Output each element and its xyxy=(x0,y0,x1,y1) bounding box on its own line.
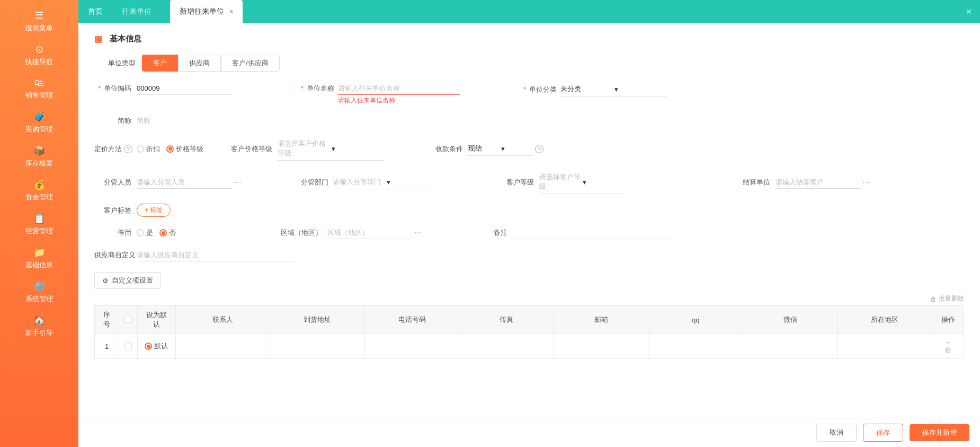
radio-disabled-no[interactable]: 否 xyxy=(159,228,176,238)
cell-address[interactable] xyxy=(270,334,365,359)
col-contact: 联系人 xyxy=(175,306,270,334)
close-all-tabs[interactable]: × xyxy=(957,6,980,17)
select-all-checkbox[interactable] xyxy=(124,315,132,323)
sidebar-item-finance[interactable]: 💰 资金管理 xyxy=(0,173,78,207)
remark-input[interactable] xyxy=(513,226,672,239)
close-new-partner-tab[interactable]: × xyxy=(229,8,233,15)
col-default: 设为默认 xyxy=(138,306,176,334)
delete-row-btn[interactable]: 🗑 xyxy=(945,346,951,354)
unit-name-input[interactable] xyxy=(338,82,460,95)
ops-icon: 📋 xyxy=(33,213,45,224)
cell-contact[interactable] xyxy=(175,334,270,359)
unit-type-label: 单位类型 xyxy=(94,58,142,68)
region-input[interactable] xyxy=(327,226,412,239)
add-row-btn[interactable]: + xyxy=(946,338,950,346)
sidebar-item-guide[interactable]: 🏠 新手引导 xyxy=(0,309,78,343)
payment-terms-help-icon[interactable]: ? xyxy=(535,145,544,153)
content-area: ▣ 基本信息 单位类型 客户 供应商 客户/供应商 * 单位编码 xyxy=(78,23,980,418)
cell-phone[interactable] xyxy=(364,334,459,359)
phone-input[interactable] xyxy=(370,343,454,350)
field-remark: 备注 xyxy=(492,226,964,239)
radio-grade[interactable]: 价格等级 xyxy=(166,144,203,154)
department-select[interactable]: 请输入分管部门 ▾ xyxy=(333,175,439,189)
address-input[interactable] xyxy=(275,343,359,350)
basic-icon: 📁 xyxy=(33,247,45,258)
customer-grade-select[interactable]: 请选择客户等级 ▾ xyxy=(539,170,624,194)
row-short-name: 简称 xyxy=(94,115,964,127)
field-customer-price-grade: 客户价格等级 请选择客户价格等级 ▾ xyxy=(230,137,421,161)
tab-partner[interactable]: 往来单位 × xyxy=(112,0,170,23)
email-input[interactable] xyxy=(559,343,643,350)
manager-more-btn[interactable]: ··· xyxy=(232,178,243,187)
sidebar-item-sales[interactable]: 🛍 销售管理 xyxy=(0,72,78,106)
tab-home[interactable]: 首页 xyxy=(78,0,112,23)
manager-input[interactable] xyxy=(137,176,232,189)
set-default-radio[interactable]: 默认 xyxy=(143,341,170,351)
cell-wechat[interactable] xyxy=(743,334,838,359)
col-seq: 序号 xyxy=(95,306,119,334)
cell-action: + 🗑 xyxy=(932,334,964,359)
finance-icon: 💰 xyxy=(33,179,45,190)
cell-email[interactable] xyxy=(554,334,648,359)
unit-name-error: 请输入往来单位名称 xyxy=(338,96,513,105)
qq-input[interactable] xyxy=(654,343,737,350)
customer-price-grade-select[interactable]: 请选择客户价格等级 ▾ xyxy=(278,137,384,161)
row-manager: 分管人员 ··· 分管部门 请输入分管部门 ▾ 客户等级 xyxy=(94,170,964,194)
row-checkbox[interactable] xyxy=(124,342,132,349)
home-icon: ⊙ xyxy=(35,43,43,55)
cell-fax[interactable] xyxy=(459,334,554,359)
customer-grade-chevron: ▾ xyxy=(583,178,624,186)
col-checkbox xyxy=(119,306,138,334)
payment-terms-select[interactable]: 现结 ▾ xyxy=(468,142,532,156)
save-button[interactable]: 保存 xyxy=(863,424,903,442)
sidebar-item-quicknav[interactable]: ⊙ 快捷导航 xyxy=(0,38,78,72)
custom-settings-btn[interactable]: ⚙ 自定义项设置 xyxy=(94,272,161,289)
sidebar-item-basic[interactable]: 📁 基础信息 xyxy=(0,241,78,275)
pricing-method-label: 定价方法 ? xyxy=(94,144,137,154)
btn-supplier[interactable]: 供应商 xyxy=(178,55,221,72)
sidebar-item-inventory[interactable]: 📦 库存核算 xyxy=(0,139,78,173)
unit-category-select[interactable]: 未分类 ▾ xyxy=(560,82,666,97)
btn-both[interactable]: 客户/供应商 xyxy=(221,55,280,72)
wechat-input[interactable] xyxy=(749,343,832,350)
col-action: 操作 xyxy=(932,306,964,334)
radio-grade-circle xyxy=(166,145,174,153)
cancel-button[interactable]: 取消 xyxy=(816,424,857,442)
manager-label: 分管人员 xyxy=(94,178,137,187)
search-icon: ☰ xyxy=(35,10,43,21)
add-tag-btn[interactable]: + 标签 xyxy=(137,204,171,217)
tab-new-partner[interactable]: 新增往来单位 × xyxy=(170,0,243,23)
btn-customer[interactable]: 客户 xyxy=(142,55,178,72)
field-customer-grade: 客户等级 请选择客户等级 ▾ xyxy=(502,170,728,194)
supplier-custom-input[interactable] xyxy=(137,249,296,261)
region-more-btn[interactable]: ··· xyxy=(412,228,423,238)
close-partner-tab[interactable]: × xyxy=(157,8,161,15)
inventory-icon: 📦 xyxy=(33,145,45,156)
row-unit-code-name: * 单位编码 * 单位名称 请输入往来单位名称 xyxy=(94,82,964,105)
unit-code-input[interactable] xyxy=(137,82,232,95)
cell-qq[interactable] xyxy=(648,334,743,359)
fax-input[interactable] xyxy=(465,343,548,350)
sidebar-item-search[interactable]: ☰ 搜索菜单 xyxy=(0,4,78,38)
settlement-more-btn[interactable]: ··· xyxy=(860,178,871,187)
short-name-input[interactable] xyxy=(137,115,243,127)
customer-grade-label: 客户等级 xyxy=(502,178,539,187)
col-email: 邮箱 xyxy=(554,306,648,334)
pricing-help-icon[interactable]: ? xyxy=(124,145,132,153)
sidebar-item-ops[interactable]: 📋 经营管理 xyxy=(0,207,78,241)
field-short-name: 简称 xyxy=(94,115,290,127)
disabled-radio-group: 是 否 xyxy=(137,228,176,238)
batch-delete-label[interactable]: 批量删除 xyxy=(939,294,964,303)
customer-price-grade-chevron: ▾ xyxy=(332,145,384,153)
field-unit-name: * 单位名称 请输入往来单位名称 xyxy=(301,82,513,105)
save-new-button[interactable]: 保存并新增 xyxy=(910,424,969,441)
settlement-unit-input[interactable] xyxy=(776,176,860,189)
sidebar-item-system[interactable]: ⚙️ 系统管理 xyxy=(0,275,78,309)
radio-disabled-yes[interactable]: 是 xyxy=(137,228,153,238)
unit-category-label: * 单位分类 xyxy=(523,85,560,94)
region-cell-input[interactable] xyxy=(843,343,927,350)
sidebar-item-purchase[interactable]: 🧳 采购管理 xyxy=(0,106,78,139)
contact-input[interactable] xyxy=(181,343,265,350)
radio-discount[interactable]: 折扣 xyxy=(137,144,160,154)
cell-region[interactable] xyxy=(838,334,932,359)
